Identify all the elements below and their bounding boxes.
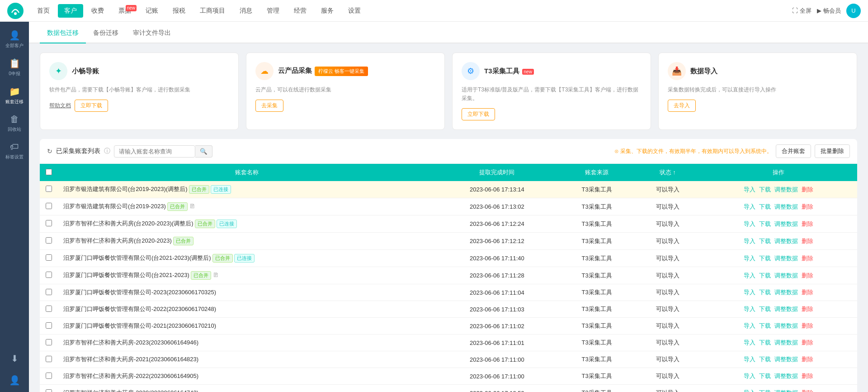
sidebar-item-回收站[interactable]: 🗑回收站 — [0, 110, 29, 137]
card-action-btn[interactable]: 去导入 — [668, 100, 696, 112]
tab-备份迁移[interactable]: 备份迁移 — [86, 24, 126, 43]
row-checkbox[interactable] — [46, 389, 52, 392]
action-下载[interactable]: 下载 — [759, 356, 771, 363]
action-调整数据[interactable]: 调整数据 — [774, 389, 798, 392]
batch-delete-btn[interactable]: 批量删除 — [815, 144, 850, 158]
row-checkbox[interactable] — [46, 272, 52, 278]
action-删除[interactable]: 删除 — [802, 186, 813, 193]
action-下载[interactable]: 下载 — [759, 306, 771, 312]
file-icon[interactable]: 🖹 — [189, 203, 195, 210]
sidebar-item-0申报[interactable]: 📋0申报 — [0, 53, 29, 81]
tab-审计文件导出[interactable]: 审计文件导出 — [126, 24, 178, 43]
action-删除[interactable]: 删除 — [802, 306, 813, 312]
row-checkbox[interactable] — [46, 186, 52, 192]
search-input[interactable] — [114, 145, 195, 158]
app-logo[interactable] — [7, 3, 24, 19]
action-调整数据[interactable]: 调整数据 — [774, 203, 798, 210]
action-删除[interactable]: 删除 — [802, 389, 813, 392]
action-导入[interactable]: 导入 — [744, 220, 755, 227]
action-删除[interactable]: 删除 — [802, 373, 813, 379]
card-action-btn[interactable]: 去采集 — [255, 100, 283, 112]
row-checkbox[interactable] — [46, 373, 52, 379]
sidebar-item-全部客户[interactable]: 👤全部客户 — [0, 25, 29, 53]
nav-item-经营[interactable]: 经营 — [288, 4, 313, 18]
action-调整数据[interactable]: 调整数据 — [774, 356, 798, 363]
action-调整数据[interactable]: 调整数据 — [774, 186, 798, 193]
action-导入[interactable]: 导入 — [744, 289, 755, 296]
action-调整数据[interactable]: 调整数据 — [774, 238, 798, 244]
action-调整数据[interactable]: 调整数据 — [774, 306, 798, 312]
action-导入[interactable]: 导入 — [744, 356, 755, 363]
action-下载[interactable]: 下载 — [759, 186, 771, 193]
user-avatar[interactable]: U — [846, 4, 861, 18]
action-调整数据[interactable]: 调整数据 — [774, 322, 798, 329]
row-checkbox[interactable] — [46, 220, 52, 226]
fullscreen-btn[interactable]: ⛶ 全屏 — [792, 7, 811, 15]
merge-btn[interactable]: 合并账套 — [776, 144, 811, 158]
action-删除[interactable]: 删除 — [802, 272, 813, 279]
action-导入[interactable]: 导入 — [744, 373, 755, 379]
file-icon[interactable]: 🖹 — [213, 272, 219, 278]
action-下载[interactable]: 下载 — [759, 389, 771, 392]
action-导入[interactable]: 导入 — [744, 272, 755, 279]
action-删除[interactable]: 删除 — [802, 203, 813, 210]
action-删除[interactable]: 删除 — [802, 220, 813, 227]
action-删除[interactable]: 删除 — [802, 322, 813, 329]
refresh-icon[interactable]: ↻ — [47, 148, 52, 155]
action-导入[interactable]: 导入 — [744, 238, 755, 244]
nav-item-票据[interactable]: 票据new — [112, 4, 137, 18]
action-导入[interactable]: 导入 — [744, 186, 755, 193]
sidebar-item-标签设置[interactable]: 🏷标签设置 — [0, 137, 29, 165]
action-下载[interactable]: 下载 — [759, 339, 771, 346]
action-下载[interactable]: 下载 — [759, 255, 771, 262]
sidebar-item-账套迁移[interactable]: 📁账套迁移 — [0, 81, 29, 110]
action-调整数据[interactable]: 调整数据 — [774, 220, 798, 227]
row-checkbox[interactable] — [46, 306, 52, 312]
card-action-btn[interactable]: 立即下载 — [75, 100, 108, 112]
member-btn[interactable]: ▶ 畅会员 — [817, 7, 841, 15]
sidebar-bottom-item[interactable]: ⬇ — [0, 349, 29, 368]
action-调整数据[interactable]: 调整数据 — [774, 255, 798, 262]
nav-item-收费[interactable]: 收费 — [85, 4, 110, 18]
nav-item-设置[interactable]: 设置 — [342, 4, 367, 18]
nav-item-服务[interactable]: 服务 — [315, 4, 340, 18]
action-调整数据[interactable]: 调整数据 — [774, 373, 798, 379]
action-导入[interactable]: 导入 — [744, 255, 755, 262]
nav-item-消息[interactable]: 消息 — [233, 4, 259, 18]
action-下载[interactable]: 下载 — [759, 238, 771, 244]
select-all-checkbox[interactable] — [46, 169, 52, 175]
sidebar-bottom-item[interactable]: 👤 — [0, 370, 29, 390]
action-下载[interactable]: 下载 — [759, 289, 771, 296]
action-导入[interactable]: 导入 — [744, 306, 755, 312]
action-导入[interactable]: 导入 — [744, 322, 755, 329]
action-下载[interactable]: 下载 — [759, 373, 771, 379]
action-调整数据[interactable]: 调整数据 — [774, 339, 798, 346]
row-checkbox[interactable] — [46, 322, 52, 329]
action-下载[interactable]: 下载 — [759, 220, 771, 227]
row-checkbox[interactable] — [46, 356, 52, 362]
nav-item-管理[interactable]: 管理 — [260, 4, 286, 18]
nav-item-客户[interactable]: 客户 — [58, 4, 83, 18]
row-checkbox[interactable] — [46, 339, 52, 345]
action-删除[interactable]: 删除 — [802, 255, 813, 262]
action-删除[interactable]: 删除 — [802, 289, 813, 296]
row-checkbox[interactable] — [46, 203, 52, 209]
action-删除[interactable]: 删除 — [802, 356, 813, 363]
help-icon[interactable]: ⓘ — [104, 147, 110, 155]
action-下载[interactable]: 下载 — [759, 203, 771, 210]
card-link[interactable]: 帮助文档 — [49, 102, 71, 110]
action-导入[interactable]: 导入 — [744, 339, 755, 346]
nav-item-报税[interactable]: 报税 — [166, 4, 192, 18]
tab-数据包迁移[interactable]: 数据包迁移 — [40, 24, 86, 43]
row-checkbox[interactable] — [46, 254, 52, 261]
action-删除[interactable]: 删除 — [802, 238, 813, 244]
action-调整数据[interactable]: 调整数据 — [774, 289, 798, 296]
action-下载[interactable]: 下载 — [759, 272, 771, 279]
action-下载[interactable]: 下载 — [759, 322, 771, 329]
nav-item-工商项目[interactable]: 工商项目 — [193, 4, 231, 18]
search-button[interactable]: 🔍 — [195, 145, 212, 158]
action-导入[interactable]: 导入 — [744, 203, 755, 210]
nav-item-记账[interactable]: 记账 — [139, 4, 165, 18]
row-checkbox[interactable] — [46, 289, 52, 295]
action-调整数据[interactable]: 调整数据 — [774, 272, 798, 279]
